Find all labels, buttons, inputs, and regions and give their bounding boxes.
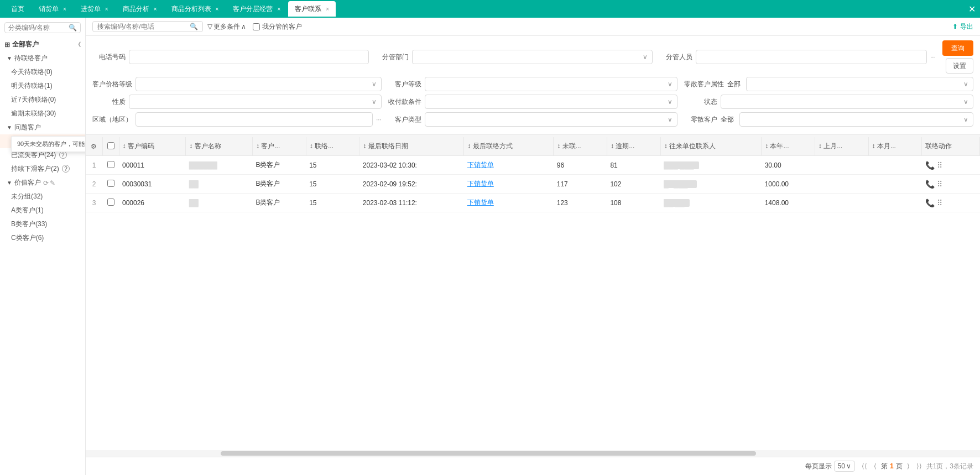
sort-icon-tm[interactable]: ↕ [872, 142, 875, 150]
person-ellipsis[interactable]: ··· [930, 53, 936, 61]
last-page-btn[interactable]: ⟩⟩ [914, 461, 924, 471]
sidebar-item-7days[interactable]: 近7天待联络(0) [0, 93, 85, 107]
tab-analysis-list[interactable]: 商品分析列表 × [165, 1, 226, 17]
sidebar-item-c-class[interactable]: C类客户(6) [0, 231, 85, 245]
sort-icon-contact[interactable]: ↕ [310, 142, 313, 150]
action-more-icon-0[interactable]: ⠿ [937, 161, 942, 170]
filter-level-select[interactable]: ∨ [425, 77, 677, 91]
sort-icon-od[interactable]: ↕ [611, 142, 614, 150]
first-page-btn[interactable]: ⟨⟨ [859, 461, 869, 471]
settings-button[interactable]: 设置 [946, 58, 973, 74]
sidebar-item-ungrouped[interactable]: 未分组(32) [0, 190, 85, 203]
value-edit-icon[interactable]: ✎ [50, 179, 55, 187]
row-contact-2: 15 [306, 194, 359, 212]
filter-region-label: 区域（地区） [92, 115, 132, 124]
row-checkbox-0[interactable] [102, 156, 119, 175]
page-size-select[interactable]: 50 ∨ [834, 461, 855, 472]
action-phone-icon-2[interactable]: 📞 [925, 199, 935, 207]
sort-icon-way[interactable]: ↕ [467, 142, 471, 150]
tab-customer-contact-close[interactable]: × [326, 6, 329, 12]
sidebar-item-declining[interactable]: 持续下滑客户(2) ? [0, 162, 85, 176]
filter-row-2: 客户价格等级 ∨ 客户等级 ∨ 零散客户属性 全部 ∨ [92, 77, 973, 91]
filter-dept-select[interactable]: ∨ [412, 50, 652, 64]
tab-analysis-close[interactable]: × [154, 6, 157, 12]
value-refresh-icon[interactable]: ⟳ [43, 179, 49, 187]
sidebar-section-pending[interactable]: ▼ 待联络客户 [0, 51, 85, 65]
row-last-way-1[interactable]: 下销货单 [464, 175, 554, 194]
row-checkbox-1[interactable] [102, 175, 119, 194]
filter-status-select[interactable]: ∨ [721, 95, 973, 109]
sidebar-item-overdue[interactable]: 逾期未联络(30) [0, 107, 85, 121]
action-phone-icon-0[interactable]: 📞 [925, 161, 935, 170]
tab-analysis-list-close[interactable]: × [216, 6, 219, 12]
row-overdue-2: 108 [607, 194, 660, 212]
search-execute-icon[interactable]: 🔍 [190, 23, 198, 30]
filter-payment-select[interactable]: ∨ [425, 95, 677, 109]
sort-icon-ty[interactable]: ↕ [765, 142, 768, 150]
sidebar-section-problem[interactable]: ▼ 问题客户 90天未交易的客户，可能有流失风险。 [0, 121, 85, 134]
data-table: ⚙ ↕ 客户编码 ↕ 客户名称 ↕ 客户... ↕ 联络... ↕ 最后联络日期… [86, 137, 980, 212]
filter-cust-type-select[interactable]: ∨ [425, 112, 677, 127]
sort-icon-type[interactable]: ↕ [256, 142, 259, 150]
sidebar-root[interactable]: ⊞ 全部客户 《 [0, 38, 85, 51]
hscroll-thumb[interactable] [221, 451, 756, 456]
my-customers-wrap[interactable]: 我分管的客户 [253, 22, 302, 32]
tab-purchase[interactable]: 进货单 × [74, 1, 115, 17]
tab-customer-tier[interactable]: 客户分层经营 × [226, 1, 287, 17]
tab-analysis[interactable]: 商品分析 × [116, 1, 164, 17]
filter-region-select[interactable] [135, 112, 373, 127]
prev-page-btn[interactable]: ⟨ [872, 461, 879, 471]
sidebar-item-today[interactable]: 今天待联络(0) [0, 65, 85, 79]
search-input[interactable] [97, 23, 190, 30]
tab-sales[interactable]: 销货单 × [32, 1, 73, 17]
filter-person-select[interactable] [696, 50, 927, 64]
tab-analysis-list-label: 商品分析列表 [171, 4, 211, 14]
sort-icon-lm[interactable]: ↕ [819, 142, 822, 150]
export-button[interactable]: ⬆ 导出 [952, 22, 973, 32]
more-conditions-label: 更多条件 [213, 22, 240, 32]
problem-label: 问题客户 [14, 123, 41, 132]
row-last-way-0[interactable]: 下销货单 [464, 156, 554, 175]
action-more-icon-1[interactable]: ⠿ [937, 180, 942, 189]
table-row: 3 000026 ██ B类客户 15 2023-02-03 11:12: 下销… [86, 194, 980, 212]
filter-price-level-select[interactable]: ∨ [135, 77, 382, 91]
filter-zero-cust-select[interactable]: ∨ [739, 112, 973, 127]
select-all-checkbox[interactable] [107, 142, 114, 149]
tab-purchase-close[interactable]: × [105, 6, 108, 12]
hscroll-track[interactable] [86, 450, 980, 457]
sort-icon-nc[interactable]: ↕ [557, 142, 560, 150]
tab-customer-tier-close[interactable]: × [277, 6, 280, 12]
filter-phone-input[interactable] [129, 50, 369, 64]
action-more-icon-2[interactable]: ⠿ [937, 199, 942, 207]
filter-row-1: 电话号码 分管部门 ∨ 分管人员 ··· 查询 [92, 40, 973, 74]
row-last-way-2[interactable]: 下销货单 [464, 194, 554, 212]
tab-customer-contact[interactable]: 客户联系 × [288, 1, 336, 17]
sort-icon-name[interactable]: ↕ [189, 142, 192, 150]
sidebar-item-b-class[interactable]: B类客户(33) [0, 217, 85, 231]
sort-icon[interactable]: ↕ [123, 142, 126, 150]
query-button[interactable]: 查询 [942, 40, 973, 56]
col-settings[interactable]: ⚙ [86, 137, 102, 156]
tab-sales-close[interactable]: × [63, 6, 66, 12]
row-not-contacted-0: 96 [554, 156, 607, 175]
tab-home[interactable]: 首页 [4, 1, 31, 17]
sidebar-item-a-class[interactable]: A类客户(1) [0, 203, 85, 217]
row-checkbox-2[interactable] [102, 194, 119, 212]
row-overdue-0: 81 [607, 156, 660, 175]
region-ellipsis[interactable]: ··· [376, 116, 382, 123]
col-checkbox[interactable] [102, 137, 119, 156]
sort-icon-cc[interactable]: ↕ [664, 142, 668, 150]
window-close-icon[interactable]: ✕ [968, 4, 976, 14]
sort-icon-date[interactable]: ↕ [363, 142, 366, 150]
sidebar-section-value[interactable]: ▼ 价值客户 ⟳ ✎ [0, 176, 85, 190]
filter-zero-attr-select[interactable]: ∨ [746, 77, 973, 91]
filter-nature-select[interactable]: ∨ [129, 95, 382, 109]
more-conditions-btn[interactable]: ▽ 更多条件 ∧ [207, 22, 246, 32]
filter-status-label: 状态 [684, 97, 717, 107]
sidebar-collapse-icon[interactable]: 《 [75, 41, 81, 49]
my-customers-checkbox[interactable] [253, 23, 260, 30]
action-phone-icon-1[interactable]: 📞 [925, 180, 935, 189]
sidebar-item-tomorrow[interactable]: 明天待联络(1) [0, 79, 85, 93]
next-page-btn[interactable]: ⟩ [905, 461, 912, 471]
sidebar-search-input[interactable] [8, 24, 69, 32]
